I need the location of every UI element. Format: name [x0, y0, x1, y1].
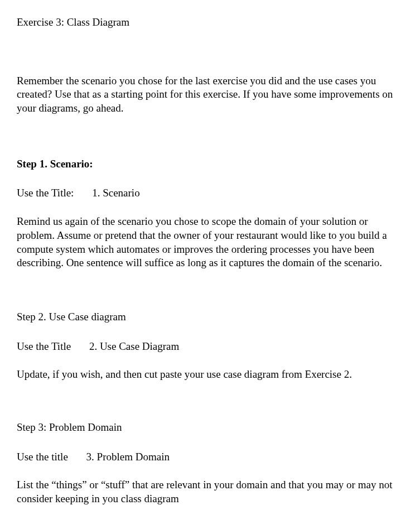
intro-paragraph: Remember the scenario you chose for the …: [17, 74, 403, 116]
step2-heading: Step 2. Use Case diagram: [17, 310, 403, 324]
step3-body: List the “things” or “stuff” that are re…: [17, 478, 403, 506]
step2-use-label: Use the Title: [17, 340, 71, 354]
step3-heading: Step 3: Problem Domain: [17, 421, 403, 435]
step3-use-value: 3. Problem Domain: [86, 450, 170, 464]
step3-subtitle-row: Use the title 3. Problem Domain: [17, 450, 403, 464]
step2-body: Update, if you wish, and then cut paste …: [17, 368, 403, 382]
step1-heading: Step 1. Scenario:: [17, 157, 403, 171]
step1-subtitle-row: Use the Title: 1. Scenario: [17, 186, 403, 200]
step2-use-value: 2. Use Case Diagram: [89, 340, 179, 354]
step2-subtitle-row: Use the Title 2. Use Case Diagram: [17, 340, 403, 354]
exercise-title: Exercise 3: Class Diagram: [17, 16, 403, 30]
step1-use-label: Use the Title:: [17, 186, 74, 200]
step1-use-value: 1. Scenario: [92, 186, 139, 200]
step1-body: Remind us again of the scenario you chos…: [17, 215, 403, 270]
step3-use-label: Use the title: [17, 450, 68, 464]
